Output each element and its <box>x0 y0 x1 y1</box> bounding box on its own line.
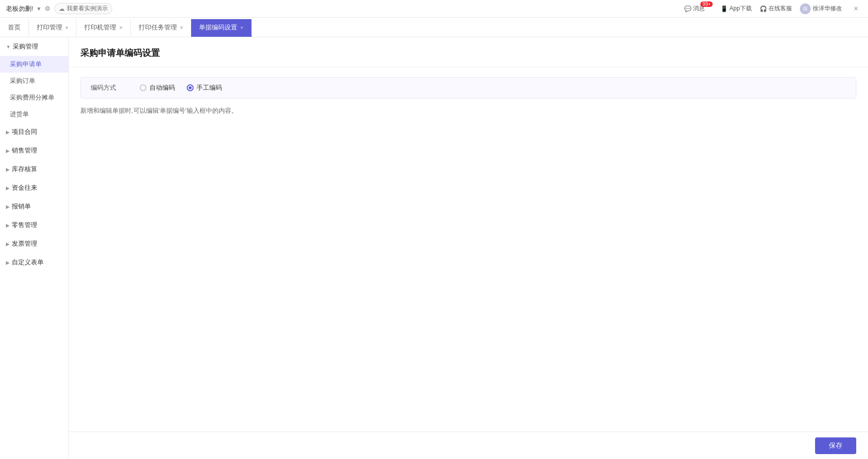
sidebar-group-invoice-mgmt: 发票管理 <box>0 234 68 253</box>
sidebar-group-title-inventory-calc[interactable]: 库存核算 <box>0 160 68 178</box>
tab-print-task-mgmt-label: 打印任务管理 <box>139 23 177 32</box>
tab-printer-mgmt-close[interactable]: × <box>119 25 122 30</box>
brand-label: 老板勿删! <box>6 4 33 13</box>
sidebar-group-title-custom-forms[interactable]: 自定义表单 <box>0 253 68 272</box>
invoice-mgmt-arrow <box>6 241 10 247</box>
sales-mgmt-label: 销售管理 <box>12 146 37 155</box>
project-contract-label: 项目合同 <box>12 128 37 136</box>
sidebar-group-inventory-calc: 库存核算 <box>0 160 68 178</box>
online-service-button[interactable]: 在线客服 <box>760 4 792 13</box>
retail-mgmt-label: 零售管理 <box>12 221 37 230</box>
message-badge: 99+ <box>700 1 713 7</box>
page-title: 采购申请单编码设置 <box>80 47 856 59</box>
window-close-button[interactable]: × <box>850 2 862 15</box>
sidebar-group-sales-mgmt: 销售管理 <box>0 141 68 160</box>
sidebar-group-returns: 报销单 <box>0 197 68 216</box>
user-profile[interactable]: 徐 徐泽华修改 <box>800 3 842 14</box>
sidebar-group-title-project-contract[interactable]: 项目合同 <box>0 123 68 141</box>
main-layout: 采购管理 采购申请单 采购订单 采购费用分摊单 进货单 项目合同 销售管理 <box>0 37 868 459</box>
sidebar-item-purchase-order[interactable]: 采购订单 <box>0 73 68 89</box>
sidebar-group-title-invoice-mgmt[interactable]: 发票管理 <box>0 234 68 253</box>
user-name: 徐泽华修改 <box>813 4 842 13</box>
sidebar-group-title-purchase-mgmt[interactable]: 采购管理 <box>0 37 68 56</box>
sidebar-group-title-retail-mgmt[interactable]: 零售管理 <box>0 216 68 234</box>
sidebar-group-purchase-mgmt: 采购管理 采购申请单 采购订单 采购费用分摊单 进货单 <box>0 37 68 123</box>
tab-print-task-mgmt[interactable]: 打印任务管理 × <box>131 19 191 37</box>
app-download-label: App下载 <box>729 4 751 13</box>
tab-doc-code-settings-close[interactable]: × <box>240 25 243 30</box>
purchase-mgmt-label: 采购管理 <box>13 42 38 51</box>
app-download-button[interactable]: App下载 <box>720 4 751 13</box>
sidebar-group-title-returns[interactable]: 报销单 <box>0 197 68 216</box>
radio-manual-encoding[interactable]: 手工编码 <box>187 83 222 92</box>
invoice-mgmt-label: 发票管理 <box>12 239 37 248</box>
top-bar: 老板勿删! 我要看实例演示 消息 99+ App下载 在线客服 徐 徐泽华修改 … <box>0 0 868 18</box>
sidebar-item-stock-in[interactable]: 进货单 <box>0 106 68 123</box>
tab-print-task-mgmt-close[interactable]: × <box>180 25 183 30</box>
save-button[interactable]: 保存 <box>815 437 856 454</box>
tab-print-mgmt[interactable]: 打印管理 × <box>29 19 76 37</box>
radio-auto-encoding[interactable]: 自动编码 <box>140 83 175 92</box>
radio-group: 自动编码 手工编码 <box>140 83 222 92</box>
tab-home[interactable]: 首页 <box>0 19 29 37</box>
returns-arrow <box>6 204 10 209</box>
sidebar-group-project-contract: 项目合同 <box>0 123 68 141</box>
inventory-calc-label: 库存核算 <box>12 165 37 174</box>
avatar: 徐 <box>800 3 811 14</box>
encoding-section: 编码方式 自动编码 手工编码 <box>80 77 856 99</box>
tab-doc-code-settings[interactable]: 单据编码设置 × <box>191 19 251 37</box>
tab-printer-mgmt-label: 打印机管理 <box>84 23 116 32</box>
tab-doc-code-settings-label: 单据编码设置 <box>199 23 237 32</box>
encoding-label: 编码方式 <box>91 83 120 92</box>
inventory-calc-arrow <box>6 167 10 172</box>
tab-print-mgmt-close[interactable]: × <box>65 25 68 30</box>
radio-auto-circle <box>140 84 147 91</box>
retail-mgmt-arrow <box>6 223 10 228</box>
custom-forms-arrow <box>6 260 10 265</box>
capital-flow-label: 资金往来 <box>12 183 37 192</box>
purchase-mgmt-items: 采购申请单 采购订单 采购费用分摊单 进货单 <box>0 56 68 123</box>
sidebar-group-custom-forms: 自定义表单 <box>0 253 68 272</box>
sidebar-group-title-capital-flow[interactable]: 资金往来 <box>0 178 68 197</box>
custom-forms-label: 自定义表单 <box>12 258 44 267</box>
radio-manual-circle <box>187 84 194 91</box>
project-contract-arrow <box>6 129 10 135</box>
content-body: 编码方式 自动编码 手工编码 新增和编辑单据时,可以编辑'单据编号'输入框中的内… <box>69 67 868 459</box>
message-button[interactable]: 消息 99+ <box>684 4 705 13</box>
radio-auto-label: 自动编码 <box>149 83 175 92</box>
tab-bar: 首页 打印管理 × 打印机管理 × 打印任务管理 × 单据编码设置 × <box>0 18 868 37</box>
sidebar-group-title-sales-mgmt[interactable]: 销售管理 <box>0 141 68 160</box>
sidebar-group-retail-mgmt: 零售管理 <box>0 216 68 234</box>
sales-mgmt-arrow <box>6 148 10 153</box>
content-footer: 保存 <box>69 432 868 459</box>
demo-label: 我要看实例演示 <box>67 4 108 13</box>
purchase-mgmt-arrow <box>6 44 11 50</box>
tab-print-mgmt-label: 打印管理 <box>37 23 62 32</box>
sidebar: 采购管理 采购申请单 采购订单 采购费用分摊单 进货单 项目合同 销售管理 <box>0 37 69 459</box>
demo-button[interactable]: 我要看实例演示 <box>54 3 112 14</box>
description-text: 新增和编辑单据时,可以编辑'单据编号'输入框中的内容。 <box>80 106 856 115</box>
cloud-icon <box>59 5 65 12</box>
headset-icon <box>760 5 767 12</box>
online-service-label: 在线客服 <box>769 4 792 13</box>
sidebar-item-purchase-request[interactable]: 采购申请单 <box>0 56 68 73</box>
capital-flow-arrow <box>6 185 10 191</box>
radio-manual-label: 手工编码 <box>197 83 222 92</box>
returns-label: 报销单 <box>12 202 31 211</box>
tab-home-label: 首页 <box>8 23 21 32</box>
down-icon[interactable] <box>37 5 41 12</box>
top-bar-right: 消息 99+ App下载 在线客服 徐 徐泽华修改 <box>684 3 842 14</box>
sidebar-item-purchase-expense[interactable]: 采购费用分摊单 <box>0 89 68 106</box>
sidebar-group-capital-flow: 资金往来 <box>0 178 68 197</box>
app-icon <box>720 5 728 12</box>
content-area: 采购申请单编码设置 编码方式 自动编码 手工编码 新增和 <box>69 37 868 459</box>
tab-printer-mgmt[interactable]: 打印机管理 × <box>76 19 130 37</box>
content-header: 采购申请单编码设置 <box>69 37 868 67</box>
msg-icon <box>684 5 692 12</box>
top-bar-left: 老板勿删! 我要看实例演示 <box>6 3 676 14</box>
gear-icon[interactable] <box>45 5 50 12</box>
